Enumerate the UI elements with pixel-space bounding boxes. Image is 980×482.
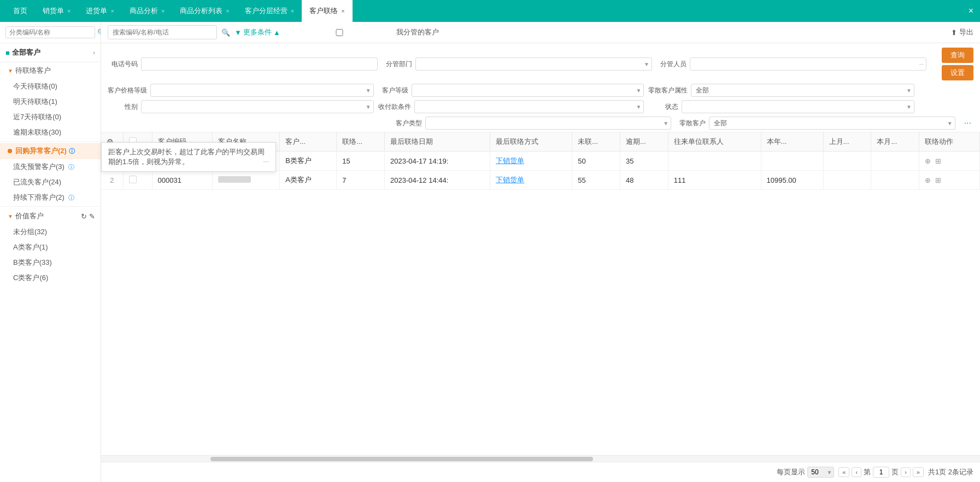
row-last-month bbox=[823, 152, 871, 171]
row-type: A类客户 bbox=[280, 171, 337, 190]
col-last-contact-method[interactable]: 最后联络方式 bbox=[490, 132, 572, 152]
sidebar-pending-contact-group[interactable]: ▼ 待联络客户 bbox=[0, 62, 101, 79]
info-icon[interactable]: ⓘ bbox=[68, 164, 74, 170]
sidebar-item-class-a[interactable]: A类客户(1) bbox=[0, 240, 101, 255]
nav-home[interactable]: 首页 bbox=[5, 0, 35, 22]
close-icon[interactable]: × bbox=[291, 8, 294, 14]
col-overdue[interactable]: 逾期... bbox=[620, 132, 668, 152]
col-uncontacted[interactable]: 未联... bbox=[572, 132, 620, 152]
edit-icon[interactable]: ✎ bbox=[89, 212, 95, 220]
manager-label: 分管人员 bbox=[656, 60, 686, 69]
customer-type-select[interactable] bbox=[425, 117, 672, 130]
col-type[interactable]: 客户... bbox=[280, 132, 337, 152]
row-name bbox=[213, 171, 280, 190]
sidebar-value-customer-group[interactable]: ▼ 价值客户 ↻ ✎ bbox=[0, 208, 101, 224]
row-checkbox[interactable] bbox=[129, 176, 137, 183]
gender-select[interactable] bbox=[141, 100, 374, 113]
window-close-button[interactable]: × bbox=[969, 6, 973, 16]
customer-grade-select[interactable] bbox=[412, 84, 644, 97]
filter-bar: 🔍 ▼ 更多条件 ▲ 我分管的客户 ⬆ 导出 bbox=[101, 22, 980, 43]
sidebar-item-declining[interactable]: 持续下滑客户(2) ⓘ bbox=[0, 190, 101, 205]
col-contacts[interactable]: 往来单位联系人 bbox=[668, 132, 761, 152]
table-row: 2 000031 A类客户 7 2023-04-12 14:44: 下销货单 bbox=[101, 171, 980, 190]
horizontal-scrollbar[interactable] bbox=[101, 455, 980, 462]
page-number-input[interactable] bbox=[873, 467, 889, 478]
search-input[interactable] bbox=[108, 25, 217, 39]
info-icon[interactable]: ⓘ bbox=[68, 194, 74, 201]
payment-label: 收付款条件 bbox=[378, 102, 411, 112]
price-grade-select[interactable] bbox=[150, 84, 374, 97]
row-number: 2 bbox=[101, 171, 123, 190]
sidebar-all-customers[interactable]: ■ 全部客户 › bbox=[0, 43, 101, 62]
row-overdue: 35 bbox=[620, 152, 668, 171]
sidebar-search-icon[interactable]: 🔍 bbox=[97, 28, 101, 37]
query-button[interactable]: 查询 bbox=[942, 48, 973, 63]
sidebar-item-churn-warning[interactable]: 流失预警客户(3) ⓘ bbox=[0, 159, 101, 175]
col-this-month[interactable]: 本月... bbox=[871, 132, 919, 152]
more-icon[interactable]: ⊞ bbox=[935, 176, 941, 184]
last-page-button[interactable]: » bbox=[913, 467, 924, 477]
row-uncontacted: 55 bbox=[572, 171, 620, 190]
sidebar-item-class-b[interactable]: B类客户(33) bbox=[0, 255, 101, 270]
sidebar-search-area: 🔍 bbox=[0, 22, 101, 43]
phone-input[interactable] bbox=[141, 57, 378, 71]
row-last-contact-method[interactable]: 下销货单 bbox=[490, 171, 572, 190]
retail-attr-select[interactable]: 全部 bbox=[691, 84, 914, 97]
settings-button[interactable]: 设置 bbox=[942, 65, 973, 80]
retail-customer-select[interactable]: 全部 bbox=[709, 117, 955, 130]
my-customers-checkbox[interactable] bbox=[285, 29, 394, 36]
col-last-contact-date[interactable]: 最后联络日期 bbox=[385, 132, 490, 152]
close-icon[interactable]: × bbox=[67, 8, 71, 14]
row-last-contact-method[interactable]: 下销货单 bbox=[490, 152, 572, 171]
row-contact-count: 7 bbox=[337, 171, 385, 190]
nav-purchase-order[interactable]: 进货单 × bbox=[78, 0, 121, 22]
scroll-thumb[interactable] bbox=[210, 457, 593, 461]
nav-product-analysis[interactable]: 商品分析 × bbox=[122, 0, 172, 22]
col-contact-count[interactable]: 联络... bbox=[337, 132, 385, 152]
filter-search-icon[interactable]: 🔍 bbox=[221, 28, 230, 37]
first-page-button[interactable]: « bbox=[838, 467, 849, 477]
row-overdue: 48 bbox=[620, 171, 668, 190]
dept-select[interactable] bbox=[415, 57, 652, 71]
sidebar-item-today-pending[interactable]: 今天待联络(0) bbox=[0, 79, 101, 94]
row-action-icons: ⊕ ⊞ bbox=[919, 152, 980, 171]
contact-icon[interactable]: ⊕ bbox=[925, 176, 931, 184]
status-select[interactable] bbox=[682, 100, 914, 113]
col-this-year[interactable]: 本年... bbox=[761, 132, 823, 152]
contact-icon[interactable]: ⊕ bbox=[925, 157, 931, 165]
close-icon[interactable]: × bbox=[110, 8, 114, 14]
info-icon[interactable]: ⓘ bbox=[69, 147, 75, 155]
col-last-month[interactable]: 上月... bbox=[823, 132, 871, 152]
manager-input[interactable] bbox=[690, 57, 926, 71]
sidebar-search-input[interactable] bbox=[5, 26, 95, 38]
collapse-icon[interactable]: › bbox=[93, 49, 95, 56]
my-customers-checkbox-area: 我分管的客户 bbox=[285, 27, 439, 37]
nav-customer-contact[interactable]: 客户联络 × bbox=[302, 0, 352, 22]
more-icon[interactable]: ⊞ bbox=[935, 157, 941, 165]
close-icon[interactable]: × bbox=[341, 8, 344, 14]
prev-page-button[interactable]: ‹ bbox=[852, 467, 861, 477]
page-size-select[interactable]: 50 100 bbox=[807, 467, 834, 478]
sidebar-item-7days-pending[interactable]: 近7天待联络(0) bbox=[0, 109, 101, 125]
sidebar-item-overdue-pending[interactable]: 逾期未联络(30) bbox=[0, 125, 101, 140]
gender-label: 性别 bbox=[108, 102, 138, 112]
refresh-icon[interactable]: ↻ bbox=[81, 212, 87, 220]
nav-product-analysis-list[interactable]: 商品分析列表 × bbox=[172, 0, 237, 22]
filter-more-dots[interactable]: ··· bbox=[962, 118, 973, 128]
filter-row-2: 客户价格等级 ▼ 客户等级 ▼ bbox=[108, 84, 973, 97]
export-button[interactable]: ⬆ 导出 bbox=[951, 27, 973, 37]
nav-sales-order[interactable]: 销货单 × bbox=[35, 0, 78, 22]
nav-customer-tier[interactable]: 客户分层经营 × bbox=[237, 0, 302, 22]
next-page-button[interactable]: › bbox=[901, 467, 911, 477]
row-checkbox-cell[interactable] bbox=[123, 171, 152, 190]
sidebar-item-tomorrow-pending[interactable]: 明天待联络(1) bbox=[0, 94, 101, 109]
close-icon[interactable]: × bbox=[226, 8, 229, 14]
sidebar-item-repeat-purchase-anomaly[interactable]: 回购异常客户(2) ⓘ bbox=[0, 143, 101, 159]
payment-select[interactable] bbox=[414, 100, 644, 113]
close-icon[interactable]: × bbox=[161, 8, 165, 14]
sidebar-item-churned[interactable]: 已流失客户(24) bbox=[0, 175, 101, 190]
sidebar-item-unclassified[interactable]: 未分组(32) bbox=[0, 224, 101, 240]
more-conditions-btn[interactable]: ▼ 更多条件 ▲ bbox=[234, 27, 280, 37]
sidebar-item-class-c[interactable]: C类客户(6) bbox=[0, 270, 101, 286]
tooltip-dots[interactable]: ··· bbox=[263, 157, 269, 165]
